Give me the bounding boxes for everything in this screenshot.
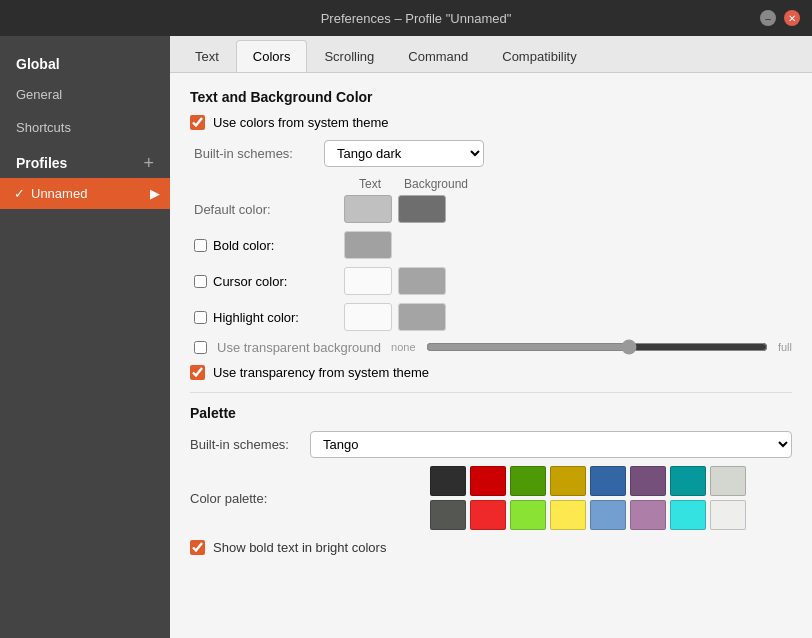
sidebar-item-shortcuts[interactable]: Shortcuts: [0, 111, 170, 144]
highlight-checkbox[interactable]: [194, 311, 207, 324]
col-header-background: Background: [404, 177, 456, 191]
minimize-button[interactable]: –: [760, 10, 776, 26]
default-text-swatch[interactable]: [344, 195, 392, 223]
main-content: Text Colors Scrolling Command Compatibil…: [170, 36, 812, 638]
palette-swatch-r2-3[interactable]: [550, 500, 586, 530]
bold-color-swatches: [344, 231, 392, 259]
slider-none-label: none: [391, 341, 415, 353]
profiles-label: Profiles: [16, 155, 67, 171]
profile-check-icon: ✓: [14, 186, 25, 201]
palette-scheme-row: Built-in schemes: Tango Linux XTerm Rxvt…: [190, 431, 792, 458]
add-profile-button[interactable]: +: [143, 154, 154, 172]
palette-swatch-r1-2[interactable]: [510, 466, 546, 496]
section-title-text-bg: Text and Background Color: [190, 89, 792, 105]
built-in-row: Built-in schemes: Tango dark Tango Solar…: [190, 140, 792, 167]
palette-row-2: [430, 500, 746, 530]
default-bg-swatch[interactable]: [398, 195, 446, 223]
palette-swatch-r1-5[interactable]: [630, 466, 666, 496]
cursor-color-swatches: [344, 267, 446, 295]
system-transparency-label: Use transparency from system theme: [213, 365, 429, 380]
cursor-bg-swatch[interactable]: [398, 267, 446, 295]
palette-swatch-r1-3[interactable]: [550, 466, 586, 496]
highlight-text-swatch[interactable]: [344, 303, 392, 331]
palette-swatch-r1-0[interactable]: [430, 466, 466, 496]
tab-bar: Text Colors Scrolling Command Compatibil…: [170, 36, 812, 73]
palette-swatch-r2-2[interactable]: [510, 500, 546, 530]
default-color-label: Default color:: [194, 202, 344, 217]
built-in-label: Built-in schemes:: [194, 146, 324, 161]
system-theme-label: Use colors from system theme: [213, 115, 389, 130]
highlight-color-row: Highlight color:: [190, 303, 792, 331]
palette-swatch-r1-7[interactable]: [710, 466, 746, 496]
bold-color-row: Bold color:: [190, 231, 792, 259]
transparent-bg-row: Use transparent background none full: [190, 339, 792, 355]
profile-name: Unnamed: [31, 186, 87, 201]
tab-text[interactable]: Text: [178, 40, 236, 72]
system-theme-row: Use colors from system theme: [190, 115, 792, 130]
section-divider: [190, 392, 792, 393]
highlight-bg-swatch[interactable]: [398, 303, 446, 331]
cursor-checkbox[interactable]: [194, 275, 207, 288]
palette-swatch-r2-7[interactable]: [710, 500, 746, 530]
palette-swatch-r1-4[interactable]: [590, 466, 626, 496]
titlebar-controls: – ✕: [760, 10, 800, 26]
highlight-color-swatches: [344, 303, 446, 331]
sidebar-item-general[interactable]: General: [0, 78, 170, 111]
palette-swatch-r1-1[interactable]: [470, 466, 506, 496]
highlight-color-label: Highlight color:: [213, 310, 299, 325]
palette-swatch-r2-4[interactable]: [590, 500, 626, 530]
tab-compatibility[interactable]: Compatibility: [485, 40, 593, 72]
palette-swatch-r2-1[interactable]: [470, 500, 506, 530]
close-button[interactable]: ✕: [784, 10, 800, 26]
profile-arrow-icon: ▶: [150, 186, 160, 201]
palette-title: Palette: [190, 405, 792, 421]
transparent-bg-label: Use transparent background: [217, 340, 381, 355]
system-transparency-row: Use transparency from system theme: [190, 365, 792, 380]
system-transparency-checkbox[interactable]: [190, 365, 205, 380]
palette-section: Palette Built-in schemes: Tango Linux XT…: [190, 405, 792, 555]
profiles-header: Profiles +: [0, 144, 170, 178]
palette-swatch-r2-5[interactable]: [630, 500, 666, 530]
built-in-scheme-select[interactable]: Tango dark Tango Solarized dark Solarize…: [324, 140, 484, 167]
profile-unnamed[interactable]: ✓ Unnamed ▶: [0, 178, 170, 209]
color-palette-label: Color palette:: [190, 491, 310, 506]
tab-command[interactable]: Command: [391, 40, 485, 72]
sidebar: Global General Shortcuts Profiles + ✓ Un…: [0, 36, 170, 638]
show-bold-checkbox[interactable]: [190, 540, 205, 555]
cursor-color-label: Cursor color:: [213, 274, 287, 289]
bold-text-swatch[interactable]: [344, 231, 392, 259]
default-color-row: Default color:: [190, 195, 792, 223]
color-palette-grid: [430, 466, 746, 530]
transparent-bg-checkbox[interactable]: [194, 341, 207, 354]
cursor-text-swatch[interactable]: [344, 267, 392, 295]
col-header-text: Text: [344, 177, 396, 191]
palette-swatch-r2-0[interactable]: [430, 500, 466, 530]
palette-row-1: [430, 466, 746, 496]
titlebar: Preferences – Profile "Unnamed" – ✕: [0, 0, 812, 36]
global-label: Global: [0, 46, 170, 78]
show-bold-label: Show bold text in bright colors: [213, 540, 386, 555]
bold-checkbox[interactable]: [194, 239, 207, 252]
palette-swatch-r2-6[interactable]: [670, 500, 706, 530]
titlebar-title: Preferences – Profile "Unnamed": [72, 11, 760, 26]
palette-swatch-r1-6[interactable]: [670, 466, 706, 496]
system-theme-checkbox[interactable]: [190, 115, 205, 130]
content-area: Text and Background Color Use colors fro…: [170, 73, 812, 638]
slider-full-label: full: [778, 341, 792, 353]
transparency-slider[interactable]: [426, 339, 768, 355]
tab-colors[interactable]: Colors: [236, 40, 308, 72]
tab-scrolling[interactable]: Scrolling: [307, 40, 391, 72]
color-headers: Text Background: [190, 177, 792, 191]
palette-built-in-label: Built-in schemes:: [190, 437, 310, 452]
palette-scheme-select[interactable]: Tango Linux XTerm Rxvt Solarized Custom: [310, 431, 792, 458]
default-color-swatches: [344, 195, 446, 223]
bold-bright-row: Show bold text in bright colors: [190, 540, 792, 555]
cursor-color-row: Cursor color:: [190, 267, 792, 295]
color-palette-row: Color palette:: [190, 466, 792, 530]
bold-color-label: Bold color:: [213, 238, 274, 253]
